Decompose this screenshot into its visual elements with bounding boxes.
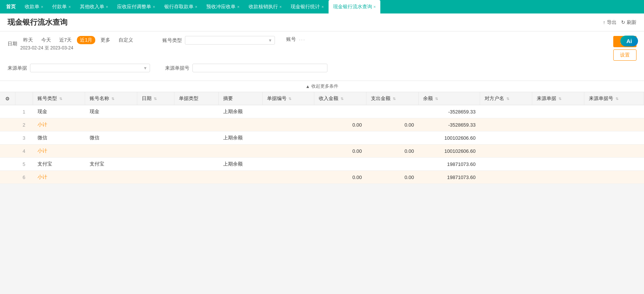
close-cash-flow-query-icon[interactable]: ×	[374, 0, 376, 13]
table-cell	[174, 145, 219, 158]
data-table: ⚙ 账号类型 ⇅ 账号名称 ⇅ 日期 ⇅ 单据类型 摘要 单据编号 ⇅ 收入金额…	[0, 92, 644, 184]
table-cell	[262, 171, 314, 184]
table-cell: 4	[15, 145, 33, 158]
table-cell	[584, 105, 644, 118]
table-cell	[366, 158, 419, 171]
date-option-more[interactable]: 更多	[98, 36, 113, 44]
nav-item-other-income[interactable]: 其他收入单 ×	[75, 0, 113, 13]
table-cell	[174, 171, 219, 184]
source-doc-select[interactable]: ▾	[30, 64, 150, 72]
account-type-chevron-icon: ▾	[269, 37, 272, 43]
nav-item-bank-deposit[interactable]: 银行存取款单 ×	[160, 0, 202, 13]
table-cell	[0, 145, 15, 158]
source-doc-no-filter-group: 来源单据号	[165, 64, 327, 72]
nav-label-ar-ap-adjust: 应收应付调整单	[117, 0, 151, 13]
table-row: 3微信微信上期余额100102606.60	[0, 131, 644, 145]
account-filter-group: 账号 ···	[286, 36, 305, 43]
th-account-name[interactable]: 账号名称 ⇅	[85, 92, 137, 105]
th-income[interactable]: 收入金额 ⇅	[314, 92, 366, 105]
nav-item-receipt-verify[interactable]: 收款核销执行 ×	[244, 0, 286, 13]
account-more-icon[interactable]: ···	[299, 37, 305, 42]
source-doc-no-input[interactable]	[192, 64, 327, 72]
table-cell	[314, 158, 366, 171]
nav-item-home[interactable]: 首页	[2, 0, 20, 13]
close-other-income-icon[interactable]: ×	[106, 0, 108, 13]
table-cell: 0.00	[366, 171, 419, 184]
th-summary: 摘要	[219, 92, 262, 105]
close-ar-ap-adjust-icon[interactable]: ×	[153, 0, 155, 13]
table-cell: 0.00	[314, 171, 366, 184]
ai-badge[interactable]: Ai	[620, 36, 638, 46]
filter-row-2: 来源单据 ▾ 来源单据号	[8, 64, 636, 72]
date-option-today[interactable]: 今天	[38, 36, 54, 44]
source-doc-filter-group: 来源单据 ▾	[8, 64, 150, 72]
th-source-doc[interactable]: 来源单据 ⇅	[532, 92, 584, 105]
date-option-1month[interactable]: 近1月	[77, 36, 95, 44]
table-cell	[174, 105, 219, 118]
nav-item-ar-ap-adjust[interactable]: 应收应付调整单 ×	[113, 0, 159, 13]
table-cell	[366, 105, 419, 118]
table-cell	[174, 131, 219, 145]
table-cell	[480, 105, 532, 118]
source-doc-no-label: 来源单据号	[165, 65, 189, 72]
refresh-button[interactable]: ↻ 刷新	[621, 19, 636, 26]
close-receipt-icon[interactable]: ×	[41, 0, 43, 13]
th-doc-no[interactable]: 单据编号 ⇅	[262, 92, 314, 105]
nav-item-payment[interactable]: 付款单 ×	[48, 0, 75, 13]
nav-item-cash-stat[interactable]: 现金银行统计 ×	[286, 0, 328, 13]
th-date[interactable]: 日期 ⇅	[137, 92, 174, 105]
table-cell	[174, 118, 219, 131]
ai-label: Ai	[626, 38, 632, 44]
nav-item-cash-flow-query[interactable]: 现金银行流水查询 ×	[329, 0, 380, 13]
date-option-7days[interactable]: 近7天	[56, 36, 75, 44]
table-cell: 19871073.60	[419, 158, 480, 171]
table-cell	[532, 118, 584, 131]
th-source-doc-no[interactable]: 来源单据号 ⇅	[584, 92, 644, 105]
table-cell	[262, 105, 314, 118]
table-cell	[137, 145, 174, 158]
source-doc-label: 来源单据	[8, 65, 27, 72]
table-cell: 19871073.60	[419, 171, 480, 184]
table-cell: 2	[15, 118, 33, 131]
nav-item-pre-receipt[interactable]: 预收冲应收单 ×	[202, 0, 244, 13]
table-cell: 100102606.60	[419, 145, 480, 158]
table-cell	[262, 145, 314, 158]
th-account-type[interactable]: 账号类型 ⇅	[33, 92, 85, 105]
table-cell: 微信	[33, 131, 85, 145]
table-cell	[366, 131, 419, 145]
nav-item-receipt[interactable]: 收款单 ×	[20, 0, 48, 13]
close-bank-deposit-icon[interactable]: ×	[195, 0, 197, 13]
table-cell: 上期余额	[219, 105, 262, 118]
date-option-custom[interactable]: 自定义	[116, 36, 136, 44]
table-cell	[532, 105, 584, 118]
table-cell	[137, 158, 174, 171]
date-option-yesterday[interactable]: 昨天	[20, 36, 36, 44]
table-cell: 小计	[33, 171, 85, 184]
table-container: ⚙ 账号类型 ⇅ 账号名称 ⇅ 日期 ⇅ 单据类型 摘要 单据编号 ⇅ 收入金额…	[0, 92, 644, 184]
close-pre-receipt-icon[interactable]: ×	[237, 0, 239, 13]
export-button[interactable]: ↑ 导出	[603, 19, 617, 26]
table-cell: 0.00	[314, 145, 366, 158]
close-payment-icon[interactable]: ×	[68, 0, 71, 13]
account-type-filter-group: 账号类型 ▾	[162, 36, 275, 45]
table-cell: 上期余额	[219, 131, 262, 145]
table-row: 6小计0.000.0019871073.60	[0, 171, 644, 184]
th-counterparty[interactable]: 对方户名 ⇅	[480, 92, 532, 105]
top-nav: 首页 收款单 × 付款单 × 其他收入单 × 应收应付调整单 × 银行存取款单 …	[0, 0, 644, 13]
th-expense[interactable]: 支出金额 ⇅	[366, 92, 419, 105]
collapse-bar[interactable]: ▲ 收起更多条件	[0, 81, 644, 92]
table-cell: 100102606.60	[419, 131, 480, 145]
th-gear[interactable]: ⚙	[0, 92, 15, 105]
th-index	[15, 92, 33, 105]
settings-button[interactable]: 设置	[613, 49, 636, 61]
close-receipt-verify-icon[interactable]: ×	[279, 0, 282, 13]
account-type-select[interactable]: ▾	[185, 36, 275, 45]
table-cell	[174, 158, 219, 171]
nav-label-bank-deposit: 银行存取款单	[164, 0, 194, 13]
source-doc-chevron-icon: ▾	[144, 65, 147, 71]
nav-label-home: 首页	[6, 0, 16, 13]
close-cash-stat-icon[interactable]: ×	[321, 0, 324, 13]
th-balance[interactable]: 余额 ⇅	[419, 92, 480, 105]
table-cell	[137, 171, 174, 184]
nav-label-receipt: 收款单	[25, 0, 39, 13]
